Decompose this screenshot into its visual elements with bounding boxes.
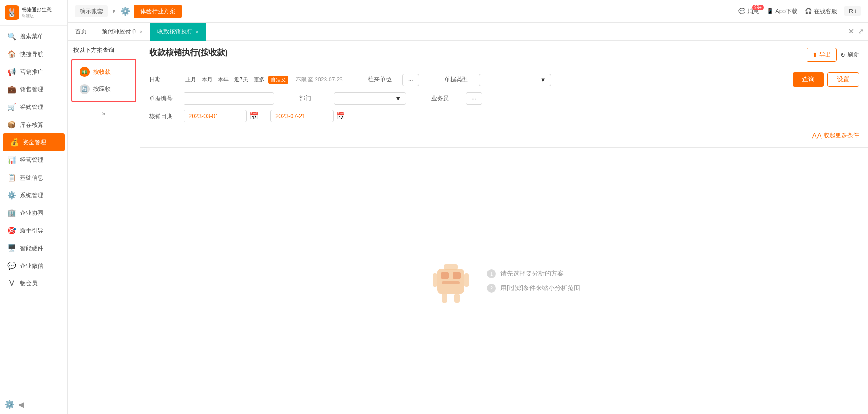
sidebar-item-search[interactable]: 🔍 搜索菜单 <box>0 28 67 45</box>
date-filter-this-year[interactable]: 本年 <box>216 75 231 85</box>
dept-select[interactable]: ▼ <box>334 92 406 105</box>
main-content: 收款核销执行(按收款) ⬆ 导出 ↻ 刷新 日期 <box>140 41 868 414</box>
sidebar-item-marketing[interactable]: 📢 营销推广 <box>0 63 67 81</box>
export-button[interactable]: ⬆ 导出 <box>807 48 837 62</box>
app-download-button[interactable]: 📱 App下载 <box>766 7 797 15</box>
date-label: 日期 <box>149 76 176 84</box>
sidebar-item-vip[interactable]: V 畅会员 <box>0 275 67 292</box>
query-area: 日期 上月 本月 本年 近7天 更多 自定义 不限 至 2023-07-26 往… <box>149 65 859 147</box>
write-off-date-end[interactable] <box>270 110 334 122</box>
inventory-icon: 📦 <box>7 120 16 129</box>
filter-by-receivable[interactable]: 🔄 按应收 <box>72 81 135 98</box>
sidebar-label-search: 搜索菜单 <box>20 33 43 41</box>
dept-arrow: ▼ <box>395 95 401 102</box>
refresh-label: 刷新 <box>847 51 859 59</box>
settings-bottom-icon[interactable]: ⚙️ <box>5 400 14 409</box>
query-row-3: 核销日期 📅 — 📅 <box>149 110 859 122</box>
close-all-tabs-icon[interactable]: ✕ <box>848 27 854 36</box>
sidebar-item-basic[interactable]: 📋 基础信息 <box>0 169 67 186</box>
setting-button[interactable]: 设置 <box>827 72 859 87</box>
date-filter-this-month[interactable]: 本月 <box>200 75 214 85</box>
empty-tip-2: 2 用[过滤]条件来缩小分析范围 <box>487 284 580 293</box>
empty-tips: 1 请先选择要分析的方案 2 用[过滤]条件来缩小分析范围 <box>487 269 580 293</box>
write-off-date-label: 核销日期 <box>149 112 176 120</box>
tip-text-2: 用[过滤]条件来缩小分析范围 <box>500 284 580 292</box>
logo-text-block: 畅捷通好生意 标准版 <box>22 6 52 19</box>
receivable-filter-label: 按应收 <box>93 85 111 93</box>
solution-button[interactable]: 体验行业方案 <box>134 5 182 18</box>
expand-icon[interactable]: ⤢ <box>858 27 863 36</box>
sidebar-item-operation[interactable]: 📊 经营管理 <box>0 151 67 169</box>
service-icon: 🎧 <box>805 8 812 14</box>
sidebar-label-vip: 畅会员 <box>20 279 38 287</box>
user-menu[interactable]: Rit <box>844 6 861 16</box>
app-icon: 📱 <box>766 8 774 14</box>
voucher-no-input[interactable] <box>184 92 274 105</box>
tab-home[interactable]: 首页 <box>68 23 94 41</box>
sidebar-label-system: 系统管理 <box>20 191 43 200</box>
sidebar-item-enterprise[interactable]: 🏢 企业协同 <box>0 204 67 222</box>
collection-tab-label: 收款核销执行 <box>157 28 193 36</box>
date-filter-last-month[interactable]: 上月 <box>184 75 198 85</box>
sidebar-label-operation: 经营管理 <box>20 156 43 164</box>
employee-field[interactable]: ··· <box>466 92 482 105</box>
sidebar-label-basic: 基础信息 <box>20 174 43 182</box>
calendar-end-icon[interactable]: 📅 <box>336 112 345 120</box>
sidebar-label-purchase: 采购管理 <box>20 103 43 111</box>
tip-number-2: 2 <box>487 284 496 293</box>
svg-rect-3 <box>442 281 460 284</box>
query-buttons: 查询 设置 <box>793 72 859 87</box>
content-area: 按以下方案查询 💵 按收款 🔄 按应收 » 收款核销执行(按收款) <box>68 41 868 414</box>
app-name: 畅捷通好生意 <box>22 6 52 13</box>
collapse-sidebar-icon[interactable]: ◀ <box>18 400 24 409</box>
topbar-right: 💬 消息 99+ 📱 App下载 🎧 在线客服 Rit <box>738 6 861 16</box>
date-filter-more[interactable]: 更多 <box>252 75 266 85</box>
date-filter-7days[interactable]: 近7天 <box>232 75 250 85</box>
sidebar-item-hardware[interactable]: 🖥️ 智能硬件 <box>0 239 67 257</box>
message-badge: 99+ <box>752 5 764 10</box>
sidebar-item-inventory[interactable]: 📦 库存核算 <box>0 116 67 133</box>
sidebar-label-inventory: 库存核算 <box>20 121 43 129</box>
message-button[interactable]: 💬 消息 99+ <box>738 7 759 15</box>
date-custom-badge[interactable]: 自定义 <box>268 76 288 84</box>
query-row-2: 单据编号 部门 ▼ 业务员 ··· <box>149 92 859 105</box>
sidebar-label-hardware: 智能硬件 <box>20 244 43 252</box>
topbar-left: 演示账套 ▼ ⚙️ 体验行业方案 <box>75 5 733 18</box>
filter-panel: 按以下方案查询 💵 按收款 🔄 按应收 » <box>68 41 140 414</box>
refresh-icon: ↻ <box>840 52 845 58</box>
app-download-label: App下载 <box>775 7 797 15</box>
settings-icon[interactable]: ⚙️ <box>120 6 130 16</box>
voucher-type-select[interactable]: ▼ <box>479 74 551 86</box>
company-dropdown-icon[interactable]: ▼ <box>111 8 117 14</box>
sidebar-label-wechat: 企业微信 <box>20 262 43 270</box>
sidebar-item-sales[interactable]: 💼 销售管理 <box>0 81 67 98</box>
empty-tip-1: 1 请先选择要分析的方案 <box>487 269 580 278</box>
tab-prepay[interactable]: 预付冲应付单 × <box>94 23 150 41</box>
prepay-tab-close[interactable]: × <box>140 29 142 34</box>
filter-panel-border: 💵 按收款 🔄 按应收 <box>71 59 136 102</box>
sidebar-item-quick[interactable]: 🏠 快捷导航 <box>0 45 67 63</box>
sidebar-item-wechat[interactable]: 💬 企业微信 <box>0 257 67 275</box>
voucher-no-label: 单据编号 <box>149 95 176 103</box>
sidebar-item-system[interactable]: ⚙️ 系统管理 <box>0 186 67 204</box>
query-button[interactable]: 查询 <box>793 72 824 87</box>
vip-icon: V <box>7 279 16 287</box>
filter-by-receipt[interactable]: 💵 按收款 <box>72 63 135 81</box>
logo-icon: 🐰 <box>5 5 19 20</box>
collapse-button[interactable]: ⋀⋀ 收起更多条件 <box>812 131 859 139</box>
hardware-icon: 🖥️ <box>7 244 16 252</box>
company-selector[interactable]: 演示账套 <box>75 5 108 17</box>
online-service-button[interactable]: 🎧 在线客服 <box>805 7 837 15</box>
refresh-button[interactable]: ↻ 刷新 <box>840 51 859 59</box>
sidebar-item-guide[interactable]: 🎯 新手引导 <box>0 222 67 239</box>
calendar-start-icon[interactable]: 📅 <box>250 112 259 120</box>
svg-rect-6 <box>464 273 469 287</box>
write-off-date-start[interactable] <box>184 110 247 122</box>
counterparty-field[interactable]: ··· <box>402 74 419 86</box>
tab-collection[interactable]: 收款核销执行 × <box>150 23 206 41</box>
sidebar-item-finance[interactable]: 💰 资金管理 <box>3 133 65 151</box>
sidebar-item-purchase[interactable]: 🛒 采购管理 <box>0 98 67 116</box>
prepay-tab-label: 预付冲应付单 <box>102 28 137 36</box>
collection-tab-close[interactable]: × <box>195 29 198 34</box>
filter-collapse-button[interactable]: » <box>68 106 140 121</box>
